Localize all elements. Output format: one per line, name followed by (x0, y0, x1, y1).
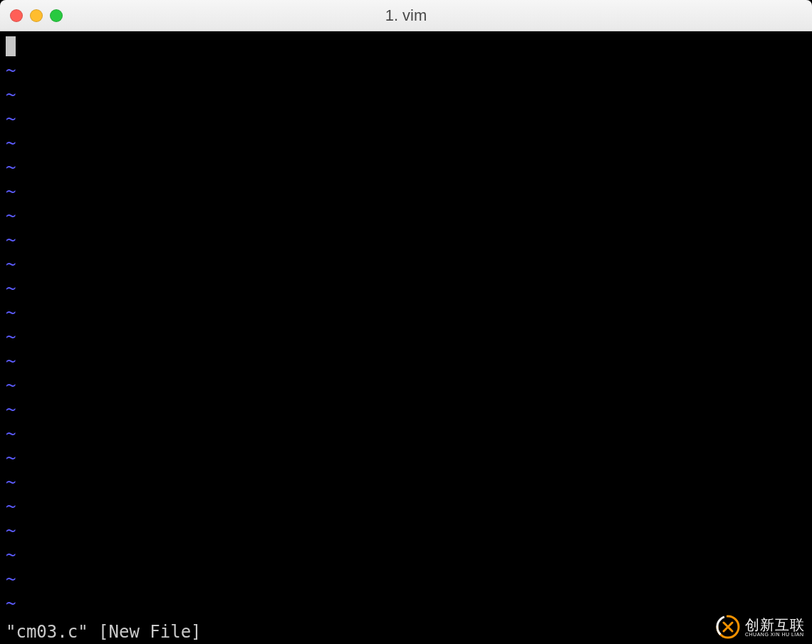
minimize-button[interactable] (30, 9, 43, 22)
watermark-logo-icon (715, 614, 741, 640)
editor-empty-line[interactable]: ~ (4, 276, 808, 301)
maximize-button[interactable] (50, 9, 63, 22)
editor-empty-line[interactable]: ~ (4, 373, 808, 398)
editor-empty-line[interactable]: ~ (4, 58, 808, 83)
editor-empty-line[interactable]: ~ (4, 494, 808, 519)
editor-empty-line[interactable]: ~ (4, 204, 808, 228)
titlebar[interactable]: 1. vim (0, 0, 812, 31)
watermark: 创新互联 CHUANG XIN HU LIAN (715, 614, 805, 640)
editor-empty-line[interactable]: ~ (4, 83, 808, 107)
editor-empty-line[interactable]: ~ (4, 301, 808, 325)
editor-empty-line[interactable]: ~ (4, 325, 808, 349)
editor-empty-line[interactable]: ~ (4, 543, 808, 567)
editor-empty-line[interactable]: ~ (4, 155, 808, 180)
cursor-block-icon (6, 36, 16, 56)
status-line: "cm03.c" [New File] (4, 620, 808, 644)
editor-empty-line[interactable]: ~ (4, 107, 808, 131)
editor-empty-line[interactable]: ~ (4, 446, 808, 470)
close-button[interactable] (10, 9, 23, 22)
watermark-cn: 创新互联 (745, 618, 805, 632)
editor-lines[interactable]: ~~~~~~~~~~~~~~~~~~~~~~~ (4, 34, 808, 620)
window-controls (10, 9, 63, 22)
editor-empty-line[interactable]: ~ (4, 131, 808, 155)
editor-empty-line[interactable]: ~ (4, 422, 808, 446)
editor-empty-line[interactable]: ~ (4, 519, 808, 543)
watermark-en: CHUANG XIN HU LIAN (745, 632, 805, 637)
editor-empty-line[interactable]: ~ (4, 567, 808, 591)
terminal-content[interactable]: ~~~~~~~~~~~~~~~~~~~~~~~ "cm03.c" [New Fi… (0, 31, 812, 644)
editor-empty-line[interactable]: ~ (4, 252, 808, 276)
editor-empty-line[interactable]: ~ (4, 180, 808, 204)
watermark-text: 创新互联 CHUANG XIN HU LIAN (745, 618, 805, 637)
editor-empty-line[interactable]: ~ (4, 228, 808, 252)
editor-empty-line[interactable]: ~ (4, 349, 808, 373)
terminal-window: 1. vim ~~~~~~~~~~~~~~~~~~~~~~~ "cm03.c" … (0, 0, 812, 644)
editor-empty-line[interactable]: ~ (4, 470, 808, 494)
editor-line-current[interactable] (4, 34, 808, 58)
editor-empty-line[interactable]: ~ (4, 398, 808, 422)
window-title: 1. vim (0, 6, 812, 25)
editor-empty-line[interactable]: ~ (4, 591, 808, 616)
